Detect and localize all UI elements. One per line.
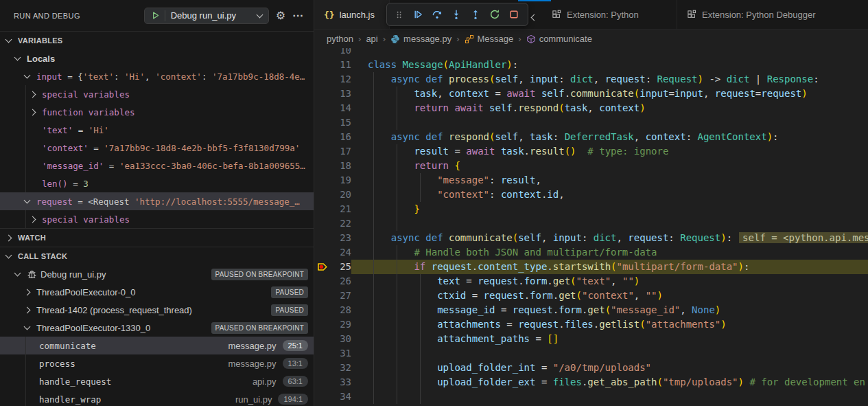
line-number[interactable]: 32 — [331, 361, 351, 375]
code-editor[interactable]: 1011class Message(ApiHandler):12 async d… — [314, 48, 868, 406]
chevron-right-icon[interactable] — [25, 290, 36, 295]
debug-config-dropdown[interactable]: Debug run_ui.py — [144, 8, 269, 24]
frame-row[interactable]: handler_wraprun_ui.py194:1 — [0, 390, 314, 406]
chevron-right-icon[interactable] — [30, 92, 42, 97]
frame-row[interactable]: processmessage.py13:1 — [0, 354, 314, 372]
code-line-17[interactable]: 17 result = await task.result() # type: … — [314, 144, 868, 159]
step-into-button[interactable] — [447, 5, 466, 24]
gutter-breakpoint-area[interactable] — [314, 216, 331, 231]
gutter-breakpoint-area[interactable] — [314, 274, 331, 289]
chevron-right-icon[interactable] — [30, 217, 42, 222]
code-line-28[interactable]: 28 message_id = request.form.get("messag… — [314, 303, 868, 317]
var-row[interactable]: 'context' = '7a17bb9c-18d8-4e2b-bbf5-f3f… — [0, 139, 314, 157]
line-number[interactable]: 14 — [331, 101, 351, 115]
line-number[interactable]: 21 — [331, 202, 351, 216]
var-row[interactable]: len() = 3 — [0, 174, 314, 192]
breakpoint-hit-icon[interactable] — [314, 260, 331, 274]
step-over-button[interactable] — [427, 5, 447, 24]
gutter-breakpoint-area[interactable] — [314, 58, 331, 72]
line-number[interactable]: 33 — [331, 375, 351, 390]
code-line-19[interactable]: 19 "message": result, — [314, 173, 868, 188]
code-line-11[interactable]: 11class Message(ApiHandler): — [314, 58, 868, 72]
tab-scroll-left-button[interactable] — [532, 10, 537, 23]
gutter-breakpoint-area[interactable] — [314, 390, 331, 404]
tab-launch-js[interactable]: {}launch.js — [314, 0, 390, 29]
chevron-right-icon[interactable] — [6, 236, 18, 240]
code-line-23[interactable]: 23 async def communicate(self, input: di… — [314, 231, 868, 245]
gutter-breakpoint-area[interactable] — [314, 101, 331, 115]
line-number[interactable]: 27 — [331, 289, 351, 303]
chevron-down-icon[interactable] — [25, 75, 36, 78]
code-line-14[interactable]: 14 return await self.respond(task, conte… — [314, 101, 868, 115]
restart-button[interactable] — [485, 5, 504, 24]
line-number[interactable]: 26 — [331, 274, 351, 289]
chevron-down-icon[interactable] — [15, 57, 27, 60]
line-number[interactable]: 23 — [331, 231, 351, 245]
line-number[interactable]: 28 — [331, 303, 351, 317]
code-line-15[interactable]: 15 — [314, 115, 868, 130]
thread-row[interactable]: Thread-1402 (process_request_thread)PAUS… — [0, 301, 314, 319]
start-debug-button[interactable] — [151, 10, 165, 21]
line-number[interactable]: 20 — [331, 188, 351, 202]
thread-row[interactable]: ThreadPoolExecutor-1330_0PAUSED ON BREAK… — [0, 319, 314, 337]
code-line-27[interactable]: 27 ctxid = request.form.get("context", "… — [314, 289, 868, 303]
code-line-13[interactable]: 13 task, context = await self.communicat… — [314, 87, 868, 101]
code-line-30[interactable]: 30 attachment_paths = [] — [314, 332, 868, 346]
var-row[interactable]: input = {'text': 'Hi', 'context': '7a17b… — [0, 67, 314, 85]
gutter-breakpoint-area[interactable] — [314, 231, 331, 245]
line-number[interactable]: 11 — [331, 58, 351, 72]
gutter-breakpoint-area[interactable] — [314, 289, 331, 303]
var-row[interactable]: special variables — [0, 210, 314, 228]
gutter-breakpoint-area[interactable] — [314, 332, 331, 346]
gutter-breakpoint-area[interactable] — [314, 245, 331, 260]
gutter-breakpoint-area[interactable] — [314, 173, 331, 188]
chevron-right-icon[interactable] — [30, 110, 42, 115]
var-row[interactable]: function variables — [0, 103, 314, 121]
drag-handle[interactable] — [389, 5, 408, 24]
gutter-breakpoint-area[interactable] — [314, 72, 331, 87]
gutter-breakpoint-area[interactable] — [314, 115, 331, 130]
var-row[interactable]: 'message_id' = 'ea133ccc-3ba0-406c-befa-… — [0, 157, 314, 174]
line-number[interactable]: 24 — [331, 245, 351, 260]
gutter-breakpoint-area[interactable] — [314, 87, 331, 101]
gutter-breakpoint-area[interactable] — [314, 303, 331, 317]
chevron-down-icon[interactable] — [25, 326, 36, 329]
code-line-32[interactable]: 32 upload_folder_int = "/a0/tmp/uploads" — [314, 361, 868, 375]
tab-extension-1[interactable]: Extension: Python — [542, 0, 677, 29]
session-row[interactable]: Debug run_ui.pyPAUSED ON BREAKPOINT — [0, 265, 314, 283]
line-number[interactable]: 25 — [331, 260, 351, 274]
line-number[interactable]: 34 — [331, 390, 351, 404]
chevron-down-icon[interactable] — [6, 255, 18, 258]
gutter-breakpoint-area[interactable] — [314, 202, 331, 216]
gutter-breakpoint-area[interactable] — [314, 130, 331, 144]
chevron-right-icon[interactable] — [25, 308, 36, 313]
gutter-breakpoint-area[interactable] — [314, 188, 331, 202]
breadcrumb-item-python[interactable]: python — [327, 34, 353, 44]
tab-extension-2[interactable]: Extension: Python Debugger — [677, 0, 868, 29]
line-number[interactable]: 29 — [331, 317, 351, 332]
code-line-29[interactable]: 29 attachments = request.files.getlist("… — [314, 317, 868, 332]
pane-header-watch[interactable]: WATCH — [0, 228, 314, 247]
line-number[interactable]: 10 — [331, 48, 351, 58]
pane-header-variables[interactable]: VARIABLES — [0, 31, 314, 49]
code-line-34[interactable]: 34 — [314, 390, 868, 404]
code-line-25[interactable]: 25 if request.content_type.startswith("m… — [314, 260, 868, 274]
gutter-breakpoint-area[interactable] — [314, 361, 331, 375]
code-line-22[interactable]: 22 — [314, 216, 868, 231]
code-line-31[interactable]: 31 — [314, 346, 868, 361]
gutter-breakpoint-area[interactable] — [314, 317, 331, 332]
code-line-18[interactable]: 18 return { — [314, 159, 868, 173]
line-number[interactable]: 13 — [331, 87, 351, 101]
frame-row[interactable]: handle_requestapi.py63:1 — [0, 372, 314, 390]
chevron-down-icon[interactable] — [15, 273, 27, 275]
code-line-24[interactable]: 24 # Handle both JSON and multipart/form… — [314, 245, 868, 260]
more-actions-icon[interactable]: ⋯ — [292, 10, 307, 21]
line-number[interactable]: 31 — [331, 346, 351, 361]
gutter-breakpoint-area[interactable] — [314, 159, 331, 173]
code-line-33[interactable]: 33 upload_folder_ext = files.get_abs_pat… — [314, 375, 868, 390]
frame-row[interactable]: communicatemessage.py25:1 — [0, 337, 314, 354]
gutter-breakpoint-area[interactable] — [314, 346, 331, 361]
breadcrumb-item-api[interactable]: api — [366, 34, 377, 44]
code-line-20[interactable]: 20 "context": context.id, — [314, 188, 868, 202]
continue-button[interactable] — [408, 5, 427, 24]
